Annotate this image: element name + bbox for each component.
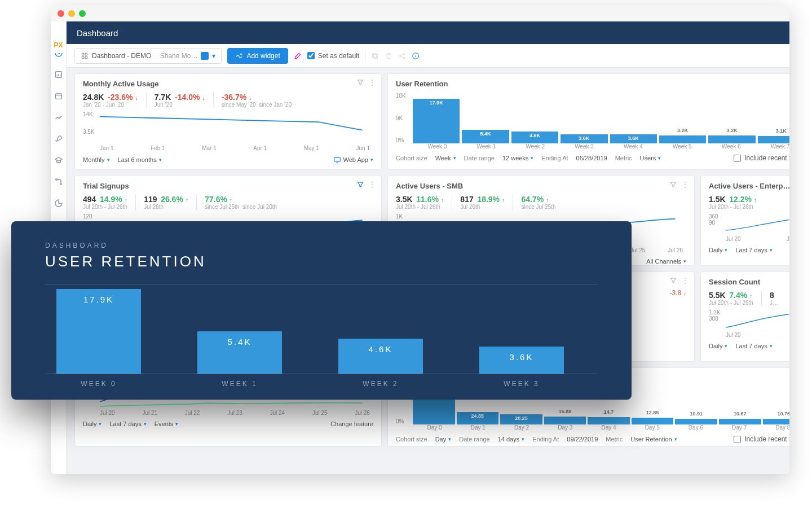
stat-range: Jul 26th <box>460 204 505 210</box>
ending-date[interactable]: 09/22/2019 <box>567 436 598 443</box>
bar: 15.88 <box>544 417 586 424</box>
bar: 10.76 <box>763 419 790 424</box>
window-titlebar <box>51 6 789 21</box>
filter-icon[interactable] <box>669 181 677 189</box>
stat-range: since Jul 25th <box>521 204 555 210</box>
control-label: Cohort size <box>396 436 427 443</box>
dashboard-name: Dashboard - DEMO <box>92 52 151 60</box>
range-select[interactable]: Last 6 months▾ <box>118 156 162 163</box>
stat-value: 8 <box>770 291 774 300</box>
sparkline-chart: 1.2K300 <box>709 309 789 332</box>
daterange-select[interactable]: 12 weeks▾ <box>502 155 533 161</box>
include-recent-checkbox[interactable]: Include recent tim… <box>734 435 789 443</box>
ending-date[interactable]: 06/28/2019 <box>576 155 607 161</box>
bar-value: 17.9K <box>430 100 443 106</box>
range-select[interactable]: Last 7 days▾ <box>735 247 772 253</box>
info-icon[interactable] <box>412 52 420 60</box>
metric-select[interactable]: Events▾ <box>155 421 179 427</box>
stat-delta: 14.9% ↑ <box>100 195 127 204</box>
more-icon[interactable]: ⋮ <box>682 277 689 284</box>
stat-delta: 18.9% ↑ <box>477 195 505 204</box>
overlay-title: USER RETENTION <box>45 253 598 270</box>
x-tick: Mar 1 <box>202 145 217 151</box>
rocket-icon[interactable] <box>54 134 63 143</box>
include-recent-input[interactable] <box>734 155 741 162</box>
svg-rect-8 <box>85 56 87 59</box>
pie-icon[interactable] <box>54 199 63 208</box>
channel-select[interactable]: All Channels▾ <box>646 258 686 265</box>
stat-range: Jul 20th - Jul 26th <box>709 300 753 306</box>
bar: 17.9K <box>413 99 460 143</box>
stat-delta: 26.6% ↑ <box>161 195 188 204</box>
app-logo: PX <box>51 37 67 53</box>
stat-range: since Jan '20 <box>259 102 292 108</box>
stat-value: 3.5K <box>396 195 413 204</box>
range-select[interactable]: Last 7 days▾ <box>109 421 146 427</box>
svg-rect-9 <box>374 54 378 58</box>
stat-range: since Jul 25th <box>205 204 239 210</box>
bar-value: 14.7 <box>604 409 614 415</box>
change-feature-link[interactable]: Change feature <box>330 421 373 427</box>
trash-icon[interactable] <box>385 52 392 60</box>
analytics-icon[interactable] <box>54 70 63 79</box>
platform-select[interactable]: Web App▾ <box>333 156 373 164</box>
dashboard-picker[interactable]: Dashboard - DEMO · Shane Mo… ▾ <box>74 48 222 64</box>
overlay-x-tick: WEEK 0 <box>56 380 141 388</box>
bar-value: 10.67 <box>734 411 747 417</box>
stat-delta: 77.6% ↑ <box>205 195 232 204</box>
svg-rect-10 <box>373 53 377 57</box>
include-recent-input[interactable] <box>734 436 741 443</box>
monitor-icon <box>333 156 341 164</box>
bar-value: 5.4K <box>480 131 491 137</box>
filter-icon[interactable] <box>356 78 364 86</box>
window-minimize-icon[interactable] <box>68 10 75 17</box>
add-widget-button[interactable]: Add widget <box>227 48 288 64</box>
bar-value: 3.1K <box>776 128 787 134</box>
metric-select[interactable]: User Retention▾ <box>630 436 677 443</box>
set-default-checkbox[interactable]: Set as default <box>307 52 359 60</box>
x-tick: Jul 26 <box>355 410 370 416</box>
trend-icon[interactable] <box>54 113 63 122</box>
granularity-select[interactable]: Daily▾ <box>83 421 102 427</box>
x-tick: Jan 1 <box>100 145 113 151</box>
x-tick: May 1 <box>304 145 319 151</box>
filter-icon[interactable] <box>669 277 677 284</box>
copy-icon[interactable] <box>371 52 379 60</box>
x-tick: Jul 26 <box>668 247 683 253</box>
bar-value: 4.6K <box>529 133 540 138</box>
granularity-select[interactable]: Daily▾ <box>709 343 727 349</box>
svg-rect-7 <box>82 56 84 59</box>
cohort-select[interactable]: Week▾ <box>435 155 456 161</box>
metric-select[interactable]: Users▾ <box>640 155 661 161</box>
flow-icon[interactable] <box>54 177 63 186</box>
set-default-input[interactable] <box>307 52 315 59</box>
stat-value: 24.8K <box>83 93 104 102</box>
card-title: Trial Signups <box>83 182 373 190</box>
x-tick: Jul 20 <box>726 332 741 338</box>
x-tick: Week 0 <box>413 143 462 150</box>
share-icon[interactable] <box>398 52 406 60</box>
stat-value: 5.5K <box>709 291 726 300</box>
more-icon[interactable]: ⋮ <box>369 78 376 86</box>
control-label: Cohort size <box>396 155 427 161</box>
window-maximize-icon[interactable] <box>79 10 86 17</box>
overlay-x-axis: WEEK 0WEEK 1WEEK 2WEEK 3 <box>45 374 598 388</box>
filter-icon[interactable] <box>356 181 364 189</box>
more-icon[interactable]: ⋮ <box>682 181 689 189</box>
overlay-bar-value: 4.6K <box>369 344 393 354</box>
calendar-icon[interactable] <box>54 91 63 100</box>
cohort-select[interactable]: Day▾ <box>435 436 452 443</box>
more-icon[interactable]: ⋮ <box>369 181 376 189</box>
daterange-select[interactable]: 14 days▾ <box>498 436 525 443</box>
window-close-icon[interactable] <box>58 10 64 17</box>
stat-delta: 64.7% ↑ <box>521 195 549 204</box>
granularity-select[interactable]: Monthly▾ <box>83 156 110 163</box>
range-select[interactable]: Last 7 days▾ <box>735 343 772 349</box>
academy-icon[interactable] <box>54 156 63 165</box>
include-recent-checkbox[interactable]: Include recent tim… <box>734 154 789 162</box>
control-label: Date range <box>459 436 489 443</box>
overlay-bar-value: 5.4K <box>228 337 252 347</box>
edit-icon[interactable] <box>294 52 302 60</box>
granularity-select[interactable]: Daily▾ <box>709 247 727 253</box>
y-tick: 9K <box>396 115 406 121</box>
